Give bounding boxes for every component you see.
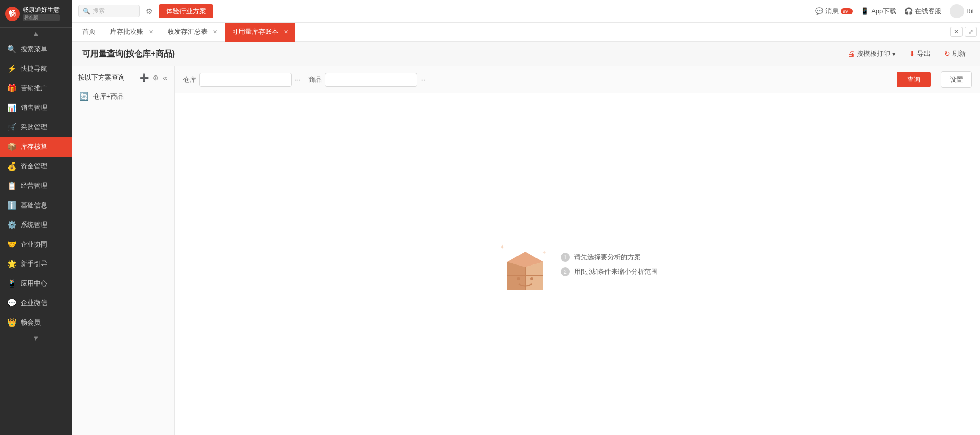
settings-scheme-button[interactable]: ⊕	[152, 72, 160, 83]
sidebar-item-label: 库存核算	[21, 142, 65, 152]
filter-item-label: 仓库+商品	[93, 92, 124, 101]
page-header: 可用量查询(按仓库+商品) 🖨 按模板打印 ▾ ⬇ 导出 ↻ 刷新	[72, 42, 980, 66]
filter-panel: 按以下方案查询 ➕ ⊕ « 🔄 仓库+商品	[72, 66, 175, 435]
operations-icon: 📋	[7, 181, 16, 191]
sidebar-item-search[interactable]: 🔍 搜索菜单	[0, 40, 72, 59]
empty-illustration: ✦ ✦	[497, 239, 548, 290]
tab-receipt-summary[interactable]: 收发存汇总表 ✕	[160, 23, 225, 42]
empty-state-content: ✦ ✦ 1 请先选择要分析的方案 2 用[过滤]条件来缩小分析范围	[497, 239, 658, 290]
svg-point-7	[530, 277, 533, 280]
sidebar-item-member[interactable]: 👑 畅会员	[0, 313, 72, 332]
online-service-button[interactable]: 🎧 在线客服	[904, 7, 941, 16]
sidebar-item-sales[interactable]: 📊 销售管理	[0, 98, 72, 118]
page-header-actions: 🖨 按模板打印 ▾ ⬇ 导出 ↻ 刷新	[843, 47, 970, 61]
export-label: 导出	[917, 49, 931, 59]
message-button[interactable]: 💬 消息 99+	[815, 7, 853, 16]
export-button[interactable]: ⬇ 导出	[905, 47, 935, 61]
app-download-button[interactable]: 📱 App下载	[861, 7, 896, 16]
appstore-icon: 📱	[7, 279, 16, 288]
settings-gear-icon[interactable]: ⚙	[144, 5, 155, 17]
message-label: 消息	[825, 7, 839, 16]
tab-home[interactable]: 首页	[75, 23, 103, 42]
empty-state-tips: 1 请先选择要分析的方案 2 用[过滤]条件来缩小分析范围	[561, 253, 658, 276]
tab-available-qty[interactable]: 可用量库存账本 ✕	[225, 23, 295, 42]
sales-icon: 📊	[7, 103, 16, 112]
sidebar-item-system[interactable]: ⚙️ 系统管理	[0, 215, 72, 235]
brand-text: 畅康通好生意 标准版	[23, 6, 60, 21]
field-settings-button[interactable]: 设置	[941, 71, 972, 88]
add-scheme-button[interactable]: ➕	[139, 72, 150, 83]
sidebar-item-label: 销售管理	[21, 103, 65, 112]
batch-account-tab-close[interactable]: ✕	[149, 29, 153, 35]
sidebar-item-operations[interactable]: 📋 经营管理	[0, 176, 72, 196]
wechat-icon: 💬	[7, 298, 16, 308]
sidebar-scroll-up[interactable]: ▲	[0, 28, 72, 40]
sidebar-item-finance[interactable]: 💰 资金管理	[0, 157, 72, 176]
home-tab-label: 首页	[82, 27, 96, 36]
available-qty-tab-close[interactable]: ✕	[284, 29, 288, 35]
purchase-icon: 🛒	[7, 123, 16, 132]
sidebar-scroll-down[interactable]: ▼	[0, 332, 72, 344]
basicinfo-icon: ℹ️	[7, 201, 16, 210]
enterprise-icon: 🤝	[7, 240, 16, 249]
refresh-button[interactable]: ↻ 刷新	[940, 47, 970, 61]
sidebar-item-enterprise[interactable]: 🤝 企业协同	[0, 235, 72, 254]
sidebar-item-shortcut[interactable]: ⚡ 快捷导航	[0, 59, 72, 79]
warehouse-input[interactable]	[199, 73, 292, 87]
print-button[interactable]: 🖨 按模板打印 ▾	[843, 47, 900, 61]
sidebar-item-label: 采购管理	[21, 123, 65, 132]
search-menu-icon: 🔍	[7, 45, 16, 54]
sidebar-item-appstore[interactable]: 📱 应用中心	[0, 274, 72, 293]
tip-number-2: 2	[561, 267, 570, 276]
page-title: 可用量查询(按仓库+商品)	[82, 49, 175, 60]
sidebar-item-marketing[interactable]: 🎁 营销推广	[0, 79, 72, 98]
sidebar-item-inventory[interactable]: 📦 库存核算	[0, 137, 72, 157]
phone-icon: 📱	[861, 7, 869, 15]
filter-panel-header: 按以下方案查询 ➕ ⊕ «	[72, 72, 174, 87]
logo-icon: 畅	[5, 7, 20, 21]
topbar-search-box[interactable]: 🔍 搜索	[78, 5, 140, 17]
industry-solution-button[interactable]: 体验行业方案	[159, 4, 213, 18]
refresh-label: 刷新	[952, 49, 966, 59]
sidebar-item-wechat[interactable]: 💬 企业微信	[0, 293, 72, 313]
print-label: 按模板打印	[857, 49, 890, 59]
user-profile[interactable]: Rit	[950, 4, 974, 18]
print-icon: 🖨	[847, 50, 855, 58]
collapse-panel-button[interactable]: «	[162, 72, 168, 83]
fullscreen-tab-button[interactable]: ⤢	[965, 27, 977, 37]
sidebar-item-label: 畅会员	[21, 318, 65, 327]
product-field-label: 商品	[308, 75, 322, 84]
search-icon: 🔍	[83, 8, 90, 15]
online-service-label: 在线客服	[915, 7, 941, 16]
print-dropdown-icon[interactable]: ▾	[892, 50, 896, 58]
sidebar-item-label: 基础信息	[21, 201, 65, 210]
inventory-icon: 📦	[7, 142, 16, 152]
batch-account-tab-label: 库存批次账	[110, 27, 143, 36]
finance-icon: 💰	[7, 162, 16, 171]
search-placeholder-text: 搜索	[93, 7, 105, 15]
sidebar-item-label: 新手引导	[21, 259, 65, 269]
tip-text-1: 请先选择要分析的方案	[574, 253, 641, 262]
tabs-bar: 首页 库存批次账 ✕ 收发存汇总表 ✕ 可用量库存账本 ✕ ✕ ⤢	[72, 23, 980, 42]
sidebar-item-purchase[interactable]: 🛒 采购管理	[0, 118, 72, 137]
product-field-group: 商品 ···	[308, 73, 426, 87]
close-tab-button[interactable]: ✕	[950, 27, 963, 37]
sidebar-item-basicinfo[interactable]: ℹ️ 基础信息	[0, 196, 72, 215]
tab-batch-account[interactable]: 库存批次账 ✕	[103, 23, 160, 42]
filter-item-warehouse-product[interactable]: 🔄 仓库+商品	[72, 87, 174, 106]
query-fields-bar: 仓库 ··· 商品 ··· 查询 设置	[175, 66, 980, 93]
sidebar-item-newguide[interactable]: 🌟 新手引导	[0, 254, 72, 274]
topbar-right: 💬 消息 99+ 📱 App下载 🎧 在线客服 Rit	[815, 4, 974, 18]
export-icon: ⬇	[909, 50, 915, 58]
query-button[interactable]: 查询	[897, 72, 931, 87]
warehouse-more-button[interactable]: ···	[295, 76, 300, 83]
product-input[interactable]	[325, 73, 417, 87]
sidebar-item-label: 快捷导航	[21, 64, 65, 73]
svg-point-6	[517, 277, 520, 280]
receipt-summary-tab-close[interactable]: ✕	[213, 29, 217, 35]
sidebar-item-label: 经营管理	[21, 181, 65, 191]
svg-text:✦: ✦	[542, 250, 546, 255]
content-area: 按以下方案查询 ➕ ⊕ « 🔄 仓库+商品 仓库 ···	[72, 66, 980, 435]
product-more-button[interactable]: ···	[420, 76, 426, 83]
tip-number-1: 1	[561, 253, 570, 262]
